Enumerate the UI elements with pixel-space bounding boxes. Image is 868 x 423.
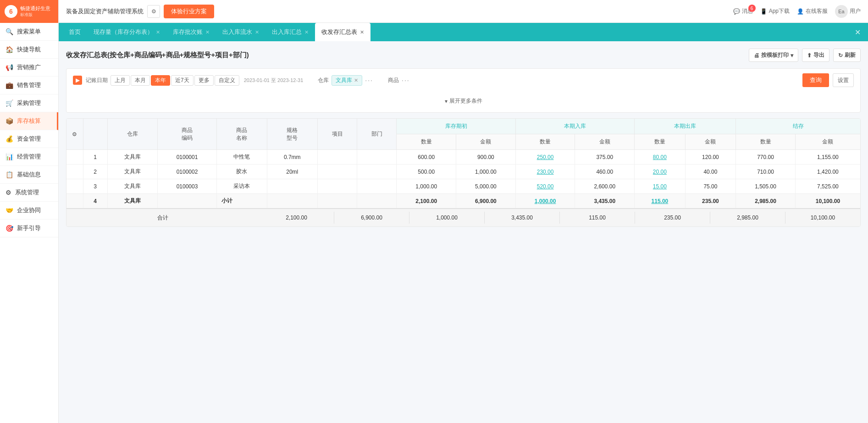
warehouse-tag-close[interactable]: ✕ — [354, 77, 358, 83]
header-right: 💬 消息 6 📱 App下载 👤 在线客服 Ea 用户 — [733, 5, 861, 18]
row-balance-qty: 1,505.00 — [736, 179, 796, 194]
tab-stock-dist[interactable]: 现存量（库存分布表）✕ — [87, 23, 166, 41]
warehouse-tag-text: 文具库 — [336, 77, 352, 84]
row-out-amt: 235.00 — [685, 194, 736, 209]
settings-button[interactable]: ⚙ — [147, 5, 160, 18]
tab-home[interactable]: 首页 — [62, 23, 87, 41]
row-in-amt: 375.00 — [575, 150, 635, 165]
row-goods-code: 0100003 — [157, 179, 217, 194]
tab-bar-close[interactable]: ✕ — [851, 26, 864, 38]
online-service-action[interactable]: 👤 在线客服 — [797, 7, 828, 15]
sidebar-item-system[interactable]: ⚙系统管理 — [0, 184, 58, 202]
row-in-qty[interactable]: 520.00 — [515, 179, 575, 194]
th-goods-name: 商品名称 — [217, 119, 267, 150]
th-out-amt: 金额 — [685, 134, 736, 150]
sidebar-item-inventory[interactable]: 📦库存核算 — [0, 112, 58, 130]
query-button[interactable]: 查询 — [802, 73, 829, 87]
date-btn-7days[interactable]: 近7天 — [171, 75, 194, 86]
sidebar-item-label: 资金管理 — [17, 135, 41, 143]
user-action[interactable]: Ea 用户 — [835, 5, 861, 18]
sidebar-item-label: 基础信息 — [17, 170, 41, 179]
row-in-qty[interactable]: 230.00 — [515, 165, 575, 179]
date-btn-custom[interactable]: 自定义 — [215, 75, 239, 86]
row-opening-amt: 900.00 — [456, 150, 516, 165]
footer-opening-amt: 6,900.00 — [334, 212, 409, 224]
th-group-in: 本期入库 — [515, 119, 634, 134]
tab-close-inout-summary[interactable]: ✕ — [304, 29, 309, 35]
app-download-action[interactable]: 📱 App下载 — [760, 7, 790, 15]
sidebar-item-quick[interactable]: 🏠快捷导航 — [0, 41, 58, 59]
sidebar-item-finance[interactable]: 💰资金管理 — [0, 130, 58, 148]
th-group-opening: 库存期初 — [397, 119, 515, 134]
goods-filter-dots[interactable]: ··· — [402, 77, 410, 84]
message-badge: 6 — [748, 5, 756, 12]
row-out-amt: 75.00 — [685, 179, 736, 194]
header-left: 装备及固定资产辅助管理系统 ⚙ 体验行业方案 — [66, 5, 214, 18]
sidebar-item-enterprise[interactable]: 🤝企业协同 — [0, 202, 58, 220]
system-icon: ⚙ — [6, 189, 11, 196]
date-btn-this-year[interactable]: 本年 — [151, 75, 170, 86]
tab-inout-summary[interactable]: 出入库汇总✕ — [265, 23, 315, 41]
row-out-qty[interactable]: 115.00 — [635, 194, 686, 209]
tab-recv-send[interactable]: 收发存汇总表✕ — [315, 23, 370, 41]
trial-button[interactable]: 体验行业方案 — [164, 5, 214, 18]
table-footer: 合计 2,100.00 6,900.00 1,000.00 3,435.00 1… — [66, 208, 860, 226]
row-in-qty[interactable]: 250.00 — [515, 150, 575, 165]
row-out-qty[interactable]: 15.00 — [635, 179, 686, 194]
warehouse-filter-label: 仓库 — [318, 77, 329, 84]
row-out-amt: 40.00 — [685, 165, 736, 179]
row-balance-qty: 710.00 — [736, 165, 796, 179]
print-button[interactable]: 🖨 按模板打印 ▾ — [749, 49, 798, 62]
th-row-num — [83, 119, 107, 150]
sidebar-item-label: 库存核算 — [17, 117, 41, 125]
row-out-qty[interactable]: 20.00 — [635, 165, 686, 179]
row-warehouse: 文具库 — [107, 179, 157, 194]
settings-btn[interactable]: 设置 — [833, 73, 854, 87]
row-out-qty[interactable]: 80.00 — [635, 150, 686, 165]
export-button[interactable]: ⬆ 导出 — [802, 49, 829, 62]
sidebar-item-label: 系统管理 — [15, 188, 39, 197]
tab-close-recv-send[interactable]: ✕ — [360, 29, 364, 35]
tab-close-stock-dist[interactable]: ✕ — [156, 29, 160, 35]
message-action[interactable]: 💬 消息 6 — [733, 7, 753, 15]
footer-out-qty: 115.00 — [560, 212, 635, 224]
th-group-out: 本期出库 — [635, 119, 736, 134]
row-balance-qty: 770.00 — [736, 150, 796, 165]
sidebar-logo: 6 畅捷通好生意 标准版 — [0, 0, 58, 23]
sidebar-item-operations[interactable]: 📊经营管理 — [0, 148, 58, 166]
row-opening-amt: 6,900.00 — [456, 194, 516, 209]
row-in-qty[interactable]: 1,000.00 — [515, 194, 575, 209]
date-btn-more[interactable]: 更多 — [194, 75, 214, 86]
page-content: 收发存汇总表(按仓库+商品编码+商品+规格型号+项目+部门) 🖨 按模板打印 ▾… — [59, 41, 868, 423]
sidebar-item-basic[interactable]: 📋基础信息 — [0, 166, 58, 184]
warehouse-filter-dots[interactable]: ··· — [365, 77, 373, 84]
sidebar-item-purchase[interactable]: 🛒采购管理 — [0, 94, 58, 112]
sidebar-item-label: 营销推广 — [17, 63, 41, 71]
page-title-bar: 收发存汇总表(按仓库+商品编码+商品+规格型号+项目+部门) 🖨 按模板打印 ▾… — [66, 49, 861, 62]
date-btn-prev-month[interactable]: 上月 — [111, 75, 130, 86]
sidebar-item-sales[interactable]: 💼销售管理 — [0, 77, 58, 94]
th-settings[interactable]: ⚙ — [66, 119, 83, 150]
row-goods-spec — [267, 194, 317, 209]
refresh-button[interactable]: ↻ 刷新 — [833, 49, 861, 62]
date-btn-this-month[interactable]: 本月 — [131, 75, 150, 86]
sidebar-item-marketing[interactable]: 📢营销推广 — [0, 59, 58, 77]
row-goods-code: 0100001 — [157, 150, 217, 165]
row-opening-qty: 500.00 — [397, 165, 456, 179]
sidebar-item-search[interactable]: 🔍搜索菜单 — [0, 23, 58, 41]
sidebar-item-newbie[interactable]: 🎯新手引导 — [0, 220, 58, 237]
row-project — [318, 179, 357, 194]
tab-close-inout-flow[interactable]: ✕ — [255, 29, 259, 35]
th-in-qty: 数量 — [515, 134, 575, 150]
app-download-icon: 📱 — [760, 8, 767, 15]
row-num: 3 — [83, 179, 107, 194]
filter-expand-icon[interactable]: ▶ — [73, 76, 82, 85]
tab-close-batch[interactable]: ✕ — [205, 29, 210, 35]
tab-batch[interactable]: 库存批次账✕ — [166, 23, 216, 41]
expand-more-row[interactable]: ▾ 展开更多条件 — [73, 94, 854, 108]
tab-inout-flow[interactable]: 出入库流水✕ — [216, 23, 265, 41]
row-dept — [357, 179, 397, 194]
newbie-icon: 🎯 — [6, 225, 13, 232]
warehouse-filter-tag[interactable]: 文具库 ✕ — [332, 75, 362, 86]
row-opening-qty: 2,100.00 — [397, 194, 456, 209]
